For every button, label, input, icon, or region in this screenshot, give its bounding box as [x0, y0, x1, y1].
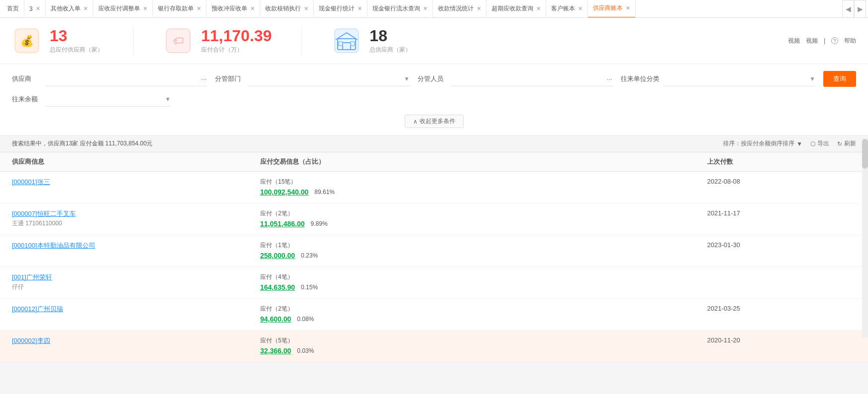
tab-ar-ap-adjust[interactable]: 应收应付调整单 ✕	[93, 0, 153, 18]
scrollbar[interactable]	[862, 139, 868, 337]
close-icon[interactable]: ✕	[197, 5, 201, 12]
close-icon[interactable]: ✕	[423, 5, 428, 12]
filter-item-balance: 往来余额 ▼	[12, 92, 171, 107]
close-icon[interactable]: ✕	[358, 5, 362, 12]
supplier-link-1[interactable]: [000007]恒旺二手叉车	[12, 210, 76, 217]
trans-label-5: 应付（5笔）	[260, 336, 707, 345]
person-dots-icon[interactable]: ···	[607, 75, 613, 83]
tab-3[interactable]: 3 ✕	[24, 0, 46, 18]
trans-amount-1[interactable]: 11,051,486.00	[260, 220, 305, 228]
tab-other-income[interactable]: 其他收入单 ✕	[46, 0, 93, 18]
tab-prepay-offset[interactable]: 预收冲应收单 ✕	[207, 0, 260, 18]
payment-icon: 🏷	[163, 26, 193, 56]
category-chevron-icon[interactable]: ▼	[809, 75, 815, 82]
top-nav: 首页 3 ✕ 其他收入单 ✕ 应收应付调整单 ✕ 银行存取款单 ✕ 预收冲应收单…	[0, 0, 868, 18]
collapse-button[interactable]: ∧ 收起更多条件	[405, 115, 464, 128]
close-icon[interactable]: ✕	[36, 5, 40, 12]
video-label[interactable]: 视频	[806, 37, 818, 45]
supplier-input[interactable]	[46, 75, 201, 82]
supplier-link-3[interactable]: [001]广州荣轩	[12, 273, 52, 281]
close-icon[interactable]: ✕	[578, 5, 582, 12]
tab-bank-deposit[interactable]: 银行存取款单 ✕	[153, 0, 207, 18]
query-button[interactable]: 查询	[823, 71, 856, 87]
lastpay-cell-0: 2022-08-08	[707, 178, 856, 185]
transaction-cell-0: 应付（15笔） 100,092,540.00 89.61%	[260, 178, 707, 196]
tab-other-income-label: 其他收入单	[51, 4, 80, 13]
store-icon	[332, 26, 362, 56]
help-icon: ?	[831, 37, 838, 44]
sort-label: 排序：按应付余额倒序排序 ▼	[723, 139, 802, 148]
close-icon[interactable]: ✕	[536, 5, 541, 12]
tab-customer-ledger-label: 客户账本	[551, 4, 575, 13]
close-icon[interactable]: ✕	[143, 5, 147, 12]
stat-num-total-suppliers: 18	[369, 28, 411, 44]
trans-amount-5[interactable]: 32,366.00	[260, 347, 291, 355]
tab-overdue-query-label: 超期应收款查询	[492, 4, 533, 13]
export-label: 导出	[817, 139, 829, 148]
table-header: 供应商信息 应付交易信息（占比） 上次付数	[0, 152, 868, 172]
nav-next-arrow[interactable]: ▶	[854, 0, 866, 18]
supplier-cell-5: [000002]李四	[12, 336, 260, 345]
tab-overdue-query[interactable]: 超期应收款查询 ✕	[487, 0, 546, 18]
col-transaction-header: 应付交易信息（占比）	[260, 157, 707, 166]
tab-cash-bank-flow-label: 现金银行流水查询	[372, 4, 420, 13]
tab-customer-ledger[interactable]: 客户账本 ✕	[546, 0, 588, 18]
supplier-dots-icon[interactable]: ···	[201, 75, 207, 83]
supplier-link-5[interactable]: [000002]李四	[12, 337, 50, 344]
balance-input[interactable]	[46, 95, 165, 103]
tab-cash-bank-flow[interactable]: 现金银行流水查询 ✕	[367, 0, 433, 18]
supplier-link-2[interactable]: [000100]本特勤油品有限公司	[12, 242, 95, 249]
table-row: [000007]恒旺二手叉车 王通 17106110000 应付（2笔） 11,…	[0, 203, 868, 235]
close-icon[interactable]: ✕	[626, 5, 630, 11]
trans-row-3: 164,635.90 0.15%	[260, 283, 707, 291]
close-icon[interactable]: ✕	[477, 5, 481, 12]
svg-text:🏷: 🏷	[173, 35, 184, 47]
trans-percent-5: 0.03%	[297, 347, 314, 354]
lastpay-cell-5: 2020-11-20	[707, 336, 856, 344]
nav-prev-arrow[interactable]: ◀	[842, 0, 854, 18]
tab-bank-deposit-label: 银行存取款单	[158, 4, 194, 13]
trans-amount-0[interactable]: 100,092,540.00	[260, 188, 308, 196]
tab-home[interactable]: 首页	[2, 0, 24, 18]
tab-collection-stat[interactable]: 收款情况统计 ✕	[433, 0, 487, 18]
table-row: [000100]本特勤油品有限公司 应付（1笔） 258,000.00 0.23…	[0, 235, 868, 267]
header-actions: 视频 视频 | ? 帮助	[788, 37, 856, 45]
tab-collection-verify[interactable]: 收款核销执行 ✕	[260, 0, 314, 18]
category-input[interactable]	[663, 75, 810, 82]
trans-amount-3[interactable]: 164,635.90	[260, 283, 295, 291]
table-row: [000001]张三 应付（15笔） 100,092,540.00 89.61%…	[0, 172, 868, 203]
lastpay-cell-2: 2023-01-30	[707, 241, 856, 249]
svg-text:💰: 💰	[20, 34, 34, 48]
scrollbar-thumb[interactable]	[862, 139, 868, 169]
table-row: [001]广州荣轩 仔仔 应付（4笔） 164,635.90 0.15%	[0, 267, 868, 299]
close-icon[interactable]: ✕	[83, 5, 88, 12]
trans-row-2: 258,000.00 0.23%	[260, 252, 707, 260]
dept-chevron-icon[interactable]: ▼	[404, 75, 410, 82]
export-button[interactable]: ⬡ 导出	[810, 139, 829, 148]
stat-num-ap-amount: 11,170.39	[201, 28, 272, 44]
supplier-sub-3: 仔仔	[12, 283, 260, 291]
close-icon[interactable]: ✕	[250, 5, 255, 12]
close-icon[interactable]: ✕	[304, 5, 308, 12]
trans-row-5: 32,366.00 0.03%	[260, 347, 707, 355]
help-label[interactable]: 帮助	[844, 37, 856, 45]
tab-cash-bank-stat[interactable]: 现金银行统计 ✕	[314, 0, 367, 18]
video-link[interactable]: 视频	[788, 37, 800, 45]
refresh-button[interactable]: ↻ 刷新	[837, 139, 856, 148]
trans-percent-2: 0.23%	[301, 252, 318, 259]
supplier-link-4[interactable]: [000012]广州贝瑞	[12, 305, 63, 313]
tab-home-label: 首页	[7, 4, 19, 13]
balance-chevron-icon[interactable]: ▼	[165, 96, 171, 103]
trans-amount-2[interactable]: 258,000.00	[260, 252, 295, 260]
tab-supplier-ledger[interactable]: 供应商账本 ✕	[588, 0, 636, 18]
filter-item-person: 分管人员 ···	[418, 71, 613, 86]
dept-input[interactable]	[249, 75, 404, 82]
trans-amount-4[interactable]: 94,600.00	[260, 315, 291, 323]
sort-chevron-icon[interactable]: ▼	[796, 140, 802, 147]
person-input[interactable]	[451, 75, 607, 82]
transaction-cell-4: 应付（2笔） 94,600.00 0.08%	[260, 305, 707, 323]
trans-percent-3: 0.15%	[301, 284, 318, 291]
filter-item-dept: 分管部门 ▼	[215, 71, 410, 86]
supplier-link-0[interactable]: [000001]张三	[12, 178, 50, 186]
stat-block-suppliers: 💰 13 总应付供应商（家）	[12, 26, 103, 56]
